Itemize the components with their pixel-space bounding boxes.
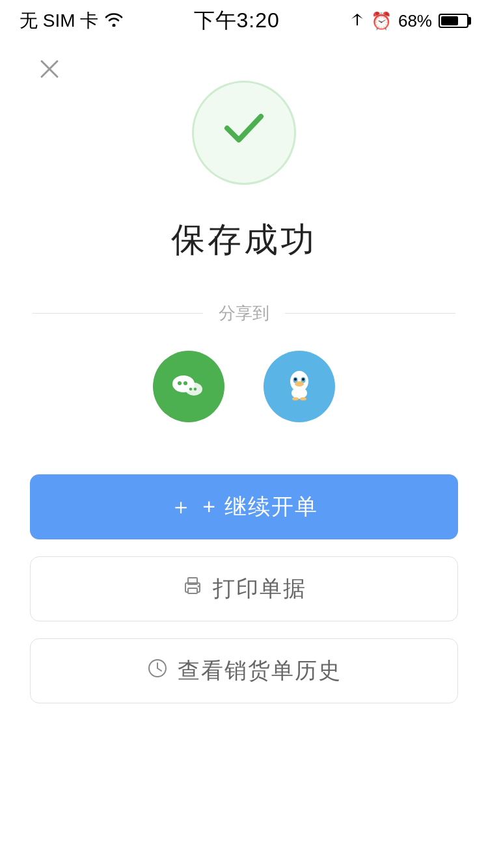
battery-text: 68% (398, 11, 432, 31)
svg-point-14 (295, 381, 304, 387)
wifi-icon (105, 10, 123, 31)
print-button[interactable]: 打印单据 (30, 556, 458, 621)
continue-label: + 继续开单 (202, 492, 318, 522)
close-button[interactable] (33, 52, 66, 86)
status-bar: 无 SIM 卡 下午3:20 ⏰ 68% (0, 0, 488, 42)
status-right: ⏰ 68% (350, 11, 468, 31)
divider-line-left (33, 313, 203, 314)
clock-icon (146, 657, 169, 685)
svg-point-7 (189, 388, 192, 390)
no-sim-text: 无 SIM 卡 (20, 8, 98, 33)
svg-point-12 (294, 378, 297, 381)
share-label: 分享到 (203, 302, 285, 325)
svg-point-17 (300, 398, 306, 401)
svg-line-24 (157, 668, 161, 671)
divider-line-right (285, 313, 455, 314)
share-divider: 分享到 (0, 302, 488, 325)
plus-icon: ＋ (170, 492, 193, 522)
location-icon (350, 11, 364, 31)
checkmark-icon (218, 101, 270, 161)
action-buttons: ＋ + 继续开单 打印单据 查看销货单历史 (0, 474, 488, 703)
print-icon (182, 575, 204, 603)
status-time: 下午3:20 (194, 7, 280, 35)
print-label: 打印单据 (213, 574, 306, 604)
success-icon-circle (192, 81, 296, 185)
svg-rect-20 (188, 588, 197, 593)
svg-point-4 (178, 381, 182, 385)
svg-point-5 (183, 381, 187, 385)
svg-point-16 (292, 398, 299, 401)
main-content: 保存成功 分享到 (0, 42, 488, 703)
continue-button[interactable]: ＋ + 继续开单 (30, 474, 458, 539)
svg-point-21 (198, 586, 200, 588)
history-label: 查看销货单历史 (178, 656, 342, 686)
battery-icon (439, 14, 468, 28)
qq-share-button[interactable] (264, 351, 335, 422)
share-icons-container (153, 351, 335, 422)
alarm-icon: ⏰ (371, 11, 392, 31)
svg-point-15 (291, 387, 307, 399)
wechat-share-button[interactable] (153, 351, 224, 422)
status-left: 无 SIM 卡 (20, 8, 123, 33)
success-title: 保存成功 (171, 217, 317, 263)
svg-point-8 (194, 388, 197, 390)
svg-point-13 (302, 378, 305, 381)
history-button[interactable]: 查看销货单历史 (30, 638, 458, 703)
